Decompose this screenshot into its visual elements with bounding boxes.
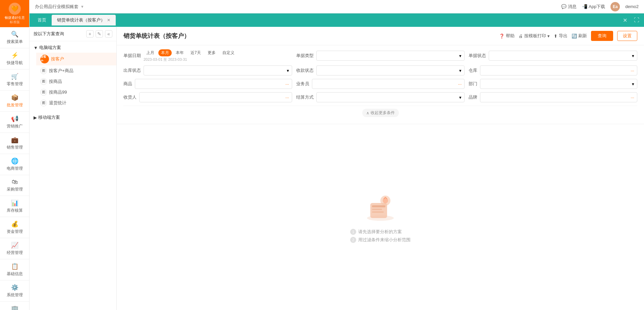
tree-child-label: 按客户 (51, 56, 64, 62)
goods-input[interactable]: ··· (135, 79, 292, 89)
query-btn[interactable]: 查询 (591, 31, 613, 41)
edit-scheme-btn[interactable]: ✎ (96, 30, 103, 38)
out-status-label: 出库状态 (123, 67, 141, 73)
hint-num-1: 1 (350, 229, 356, 235)
sidebar-item-basic-info[interactable]: 📋 基础信息 (0, 259, 29, 280)
tree-parent-mobile[interactable]: ▶ 移动端方案 (30, 112, 116, 122)
sidebar-item-system[interactable]: ⚙️ 系统管理 (0, 280, 29, 302)
message-btn[interactable]: 💬 消息 (561, 4, 577, 10)
sidebar-item-label: 搜索菜单 (7, 39, 23, 45)
sidebar-item-label: 经营管理 (7, 250, 23, 256)
by-customer-goods-icon: 图 (40, 67, 47, 74)
doc-type-select[interactable]: ▾ (316, 51, 465, 61)
tab-close-action[interactable]: ✕ (621, 16, 629, 24)
left-panel-header: 按以下方案查询 + ✎ « (30, 27, 116, 41)
tree-section-mobile: ▶ 移动端方案 (30, 111, 116, 124)
sidebar-item-finance[interactable]: 💰 资金管理 (0, 217, 29, 238)
sidebar-item-wholesale[interactable]: 📦 批发管理 (0, 91, 29, 112)
sidebar-item-inventory[interactable]: 📊 库存核算 (0, 196, 29, 217)
sidebar-item-ecommerce[interactable]: 🌐 电商管理 (0, 154, 29, 175)
svg-rect-4 (372, 211, 384, 213)
salesperson-input[interactable]: ··· (312, 79, 465, 89)
consignee-input[interactable]: ··· (139, 92, 292, 102)
date-btn-custom[interactable]: 自定义 (220, 49, 237, 56)
app-download-btn[interactable]: 📲 App下载 (582, 4, 605, 10)
print-label: 按模板打印 (524, 33, 546, 39)
tab-bar: 首页 销货单统计表（按客户） ✕ ✕ ⛶ (30, 13, 644, 27)
sidebar-item-sales[interactable]: 💼 销售管理 (0, 133, 29, 154)
retail-icon: 🛒 (11, 73, 18, 80)
doc-status-select[interactable]: ▾ (489, 51, 637, 61)
export-btn[interactable]: ⬆ 导出 (554, 33, 568, 39)
sidebar-item-label: 批发管理 (7, 102, 23, 108)
tab-close-btn[interactable]: ✕ (107, 18, 110, 22)
by-goods-99-icon: 图 (40, 89, 47, 96)
date-controls: 上月 本月 本年 近7天 更多 自定义 2023-03-01 至 2023-03… (144, 49, 292, 62)
sidebar-item-label: 资金管理 (7, 229, 23, 235)
tab-expand-action[interactable]: ⛶ (632, 16, 641, 24)
avatar[interactable]: Ea (610, 2, 620, 11)
sidebar-item-quick-nav[interactable]: ⚡ 快捷导航 (0, 48, 29, 69)
tree-child-by-customer[interactable]: 按客户 按客户 (36, 53, 116, 65)
collapse-panel-btn[interactable]: « (105, 30, 112, 38)
filter-doc-type-cell: 单据类型 ▾ (296, 51, 465, 61)
top-header: 办公用品行业模拟账套 ▾ 💬 消息 📲 App下载 Ea demo2 (30, 0, 644, 13)
enterprise-icon: 🏢 (11, 305, 18, 310)
brand-input[interactable]: ··· (480, 92, 637, 102)
tree-child-by-goods[interactable]: 图 按商品 (36, 76, 116, 87)
return-stat-icon: 图 (40, 100, 47, 106)
sidebar-item-operations[interactable]: 📈 经营管理 (0, 238, 29, 259)
tree-child-by-goods-99[interactable]: 图 按商品99 (36, 87, 116, 98)
sidebar-item-enterprise[interactable]: 🏢 企业协同 (0, 302, 29, 310)
tree-child-by-customer-goods[interactable]: 图 按客户+商品 (36, 65, 116, 76)
date-btn-more[interactable]: 更多 (205, 49, 218, 56)
date-btn-last-month[interactable]: 上月 (144, 49, 157, 56)
dropdown-icon[interactable]: ▾ (81, 4, 84, 9)
collapse-btn[interactable]: ∧ 收起更多条件 (362, 109, 399, 117)
sidebar-item-retail[interactable]: 🛒 零售管理 (0, 69, 29, 91)
settlement-label: 结算方式 (296, 94, 314, 100)
tree-child-label: 按客户+商品 (49, 68, 73, 74)
tree-section-desktop: ▼ 电脑端方案 按客户 按客户 图 按客户+商品 图 按商品 (30, 41, 116, 110)
filter-area: 单据日期 上月 本月 本年 近7天 更多 自定义 2023-03-01 至 20… (117, 45, 644, 124)
date-btn-this-month[interactable]: 本月 (158, 49, 172, 56)
tab-sales-stat[interactable]: 销货单统计表（按客户） ✕ (52, 15, 116, 25)
filter-settlement-cell: 结算方式 ▾ (296, 92, 465, 102)
sidebar-item-label: 系统管理 (7, 292, 23, 298)
warehouse-dots: ··· (631, 68, 634, 73)
tree-parent-desktop[interactable]: ▼ 电脑端方案 (30, 43, 116, 53)
home-tab-label: 首页 (38, 17, 46, 23)
sidebar-item-marketing[interactable]: 📢 营销推广 (0, 112, 29, 133)
date-btn-last-7[interactable]: 近7天 (188, 49, 204, 56)
refresh-btn[interactable]: 🔄 刷新 (572, 33, 587, 39)
filter-department-cell: 部门 ▾ (469, 79, 637, 89)
print-btn[interactable]: 🖨 按模板打印 ▾ (519, 33, 550, 39)
help-icon: ❓ (499, 34, 504, 39)
settlement-select[interactable]: ▾ (316, 92, 465, 102)
sidebar-item-purchase[interactable]: 🛍 采购管理 (0, 175, 29, 196)
settlement-chevron: ▾ (459, 95, 462, 100)
receive-status-select[interactable]: ▾ (316, 65, 465, 75)
warehouse-input[interactable]: ··· (480, 65, 637, 75)
brand-control: ··· (480, 92, 637, 102)
help-btn[interactable]: ❓ 帮助 (499, 33, 515, 39)
department-select[interactable]: ▾ (480, 79, 637, 89)
date-btn-this-year[interactable]: 本年 (173, 49, 186, 56)
sidebar-item-search[interactable]: 🔍 搜索菜单 (0, 27, 29, 48)
app-download-label: App下载 (589, 4, 605, 10)
message-label: 消息 (568, 4, 577, 10)
add-scheme-btn[interactable]: + (86, 30, 94, 38)
empty-hint-1: 1 请先选择要分析的方案 (350, 229, 411, 235)
sidebar-item-label: 快捷导航 (7, 60, 23, 66)
out-status-chevron: ▾ (287, 68, 289, 73)
settings-btn[interactable]: 设置 (617, 31, 637, 41)
export-label: 导出 (559, 33, 568, 39)
filter-salesperson-cell: 业务员 ··· (296, 79, 465, 89)
tree-child-label: 退货统计 (49, 100, 66, 106)
sales-icon: 💼 (11, 136, 18, 144)
tab-home[interactable]: 首页 (32, 15, 52, 25)
sidebar-item-label: 电商管理 (7, 166, 23, 171)
tree-child-return-stat[interactable]: 图 退货统计 (36, 98, 116, 108)
out-status-select[interactable]: ▾ (144, 65, 292, 75)
tree-child-label: 按商品 (49, 79, 62, 85)
